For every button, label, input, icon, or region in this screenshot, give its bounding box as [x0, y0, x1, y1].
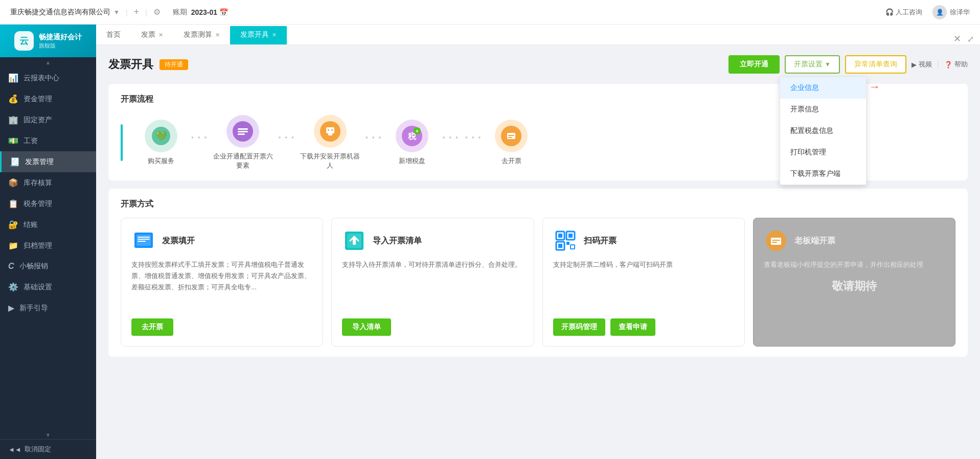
dropdown-item-tax-disk[interactable]: 配置税盘信息 — [780, 120, 866, 142]
sidebar-item-reconcile[interactable]: 🔐 结账 — [0, 214, 96, 235]
tab-invoice-calc[interactable]: 发票测算 ✕ — [173, 26, 230, 44]
cancel-pin-btn[interactable]: ◄◄ 取消固定 — [0, 439, 96, 459]
methods-section-title: 开票方式 — [121, 199, 955, 210]
import-invoice-btn[interactable]: 导入清单 — [342, 318, 391, 336]
scan-invoice-icon — [553, 228, 578, 253]
company-name: 重庆畅捷交通信息咨询有限公司 — [10, 8, 110, 17]
boss-invoice-title: 老板端开票 — [794, 236, 835, 246]
page-title: 发票开具 — [108, 57, 153, 72]
reconcile-icon: 🔐 — [8, 220, 18, 230]
qr-manage-btn[interactable]: 开票码管理 — [553, 318, 605, 336]
help-btn[interactable]: ❓ 帮助 — [944, 60, 968, 69]
settings-icon[interactable]: ⚙ — [153, 7, 161, 17]
new-guide-icon: ▶ — [8, 303, 14, 313]
help-icon: ❓ — [944, 61, 952, 68]
coming-soon-text: 敬请期待 — [764, 279, 945, 294]
svg-rect-32 — [568, 234, 573, 238]
tab-invoice[interactable]: 发票 ✕ — [131, 26, 173, 44]
flow-left-border — [121, 124, 123, 161]
scroll-down-arrow[interactable]: ▼ — [0, 431, 96, 439]
sidebar-item-report[interactable]: C 小畅报销 — [0, 256, 96, 277]
svg-text:💚: 💚 — [155, 130, 167, 142]
scroll-up-arrow[interactable]: ▲ — [0, 57, 96, 67]
svg-rect-17 — [508, 135, 514, 136]
fill-invoice-icon — [131, 228, 156, 253]
view-application-btn[interactable]: 查看申请 — [610, 318, 655, 336]
svg-rect-8 — [328, 129, 329, 131]
logo: 云 畅捷通好会计 旗舰版 — [0, 25, 96, 57]
boss-invoice-icon — [764, 228, 788, 253]
maximize-btn[interactable]: ⤢ — [965, 34, 976, 44]
svg-text:+: + — [416, 128, 419, 134]
tab-invoice-calc-close[interactable]: ✕ — [215, 32, 220, 38]
add-company-btn[interactable]: + — [134, 7, 140, 17]
activate-btn[interactable]: 立即开通 — [728, 55, 780, 74]
sidebar-item-archive[interactable]: 📁 归档管理 — [0, 235, 96, 256]
sidebar-item-invoice-mgmt[interactable]: 🧾 发票管理 — [0, 151, 96, 172]
svg-rect-22 — [138, 239, 150, 240]
method-card-scan-invoice: 扫码开票 支持定制开票二维码，客户端可扫码开票 开票码管理 查看申请 — [542, 218, 745, 347]
user-name: 徐泽华 — [950, 8, 970, 17]
flow-step-download-robot: 下载并安装开票机器人 — [297, 115, 363, 170]
basic-settings-icon: ⚙️ — [8, 282, 18, 292]
settings-dropdown-menu: 企业信息 → 开票信息 配置税盘信息 打印机管理 — [780, 77, 867, 185]
tax-mgmt-icon: 📋 — [8, 199, 18, 209]
fixed-assets-icon: 🏢 — [8, 115, 18, 125]
svg-rect-5 — [238, 133, 245, 135]
sidebar-item-fixed-assets[interactable]: 🏢 固定资产 — [0, 109, 96, 130]
company-chevron-icon: ▼ — [113, 9, 120, 16]
red-arrow-icon: → — [869, 80, 880, 94]
flow-step-config-enterprise: 企业开通配置开票六要素 — [210, 115, 276, 170]
anomaly-btn[interactable]: 异常清单查询 — [845, 55, 906, 74]
dropdown-item-download-client[interactable]: 下载开票客户端 — [780, 163, 866, 185]
svg-rect-3 — [238, 128, 248, 130]
tab-close-all-btn[interactable]: ✕ — [951, 33, 963, 44]
fill-invoice-btn[interactable]: 去开票 — [131, 318, 173, 336]
method-card-import-invoice: 导入开票清单 支持导入待开票清单，可对待开票清单进行拆分、合并处理。 导入清单 — [331, 218, 534, 347]
sidebar-item-tax-mgmt[interactable]: 📋 税务管理 — [0, 193, 96, 214]
headset-icon: 🎧 — [885, 8, 894, 16]
cloud-report-icon: 📊 — [8, 73, 18, 83]
fill-invoice-title: 发票填开 — [162, 236, 195, 246]
tab-home[interactable]: 首页 — [96, 26, 131, 44]
tab-invoice-close[interactable]: ✕ — [158, 32, 163, 38]
svg-rect-33 — [566, 242, 569, 245]
fill-invoice-desc: 支持按照发票样式手工填开发票；可开具增值税电子普通发票、增值税普通发票、增值税专… — [131, 259, 312, 310]
logo-text: 畅捷通好会计 — [39, 33, 82, 42]
payroll-icon: 💵 — [8, 136, 18, 146]
dropdown-item-invoice-info[interactable]: 开票信息 — [780, 99, 866, 120]
company-selector[interactable]: 重庆畅捷交通信息咨询有限公司 ▼ — [10, 8, 120, 17]
flow-step-add-tax-disk: 税+ 新增税盘 — [384, 120, 440, 166]
pin-left-icon: ◄◄ — [8, 446, 21, 453]
sidebar-item-payroll[interactable]: 💵 工资 — [0, 130, 96, 151]
service-btn[interactable]: 🎧 人工咨询 — [885, 8, 922, 17]
import-invoice-icon — [342, 228, 367, 253]
sidebar-item-cloud-report[interactable]: 📊 云报表中心 — [0, 67, 96, 88]
invoice-mgmt-icon: 🧾 — [10, 157, 20, 167]
svg-rect-20 — [136, 235, 151, 246]
report-icon: C — [8, 262, 14, 271]
period-label: 账期 — [173, 8, 187, 17]
archive-icon: 📁 — [8, 241, 18, 250]
sidebar-item-inventory[interactable]: 📦 库存核算 — [0, 172, 96, 193]
boss-invoice-desc: 查看老板端小程序提交的开票申请，并作出相应的处理 — [764, 259, 945, 270]
tab-invoice-open-close[interactable]: ✕ — [272, 32, 277, 38]
period-value: 2023-01 — [191, 8, 217, 16]
svg-rect-9 — [331, 129, 333, 131]
inventory-icon: 📦 — [8, 178, 18, 188]
status-badge: 待开通 — [159, 59, 188, 70]
tab-invoice-open[interactable]: 发票开具 ✕ — [230, 26, 287, 44]
dropdown-item-company-info[interactable]: 企业信息 → — [780, 77, 866, 99]
method-card-fill-invoice: 发票填开 支持按照发票样式手工填开发票；可开具增值税电子普通发票、增值税普通发票… — [121, 218, 323, 347]
settings-btn[interactable]: 开票设置 ▼ — [785, 55, 840, 74]
video-btn[interactable]: ▶ 视频 — [911, 60, 932, 69]
sidebar-item-basic-settings[interactable]: ⚙️ 基础设置 — [0, 277, 96, 297]
flow-step-go-invoice: 去开票 — [486, 120, 537, 166]
svg-rect-37 — [772, 240, 780, 241]
sidebar-item-fund-mgmt[interactable]: 💰 资金管理 — [0, 88, 96, 109]
logo-icon: 云 — [14, 31, 34, 51]
user-menu[interactable]: 👤 徐泽华 — [932, 5, 970, 19]
sidebar-item-new-guide[interactable]: ▶ 新手引导 — [0, 297, 96, 318]
svg-rect-26 — [353, 237, 356, 245]
dropdown-item-printer[interactable]: 打印机管理 — [780, 142, 866, 163]
